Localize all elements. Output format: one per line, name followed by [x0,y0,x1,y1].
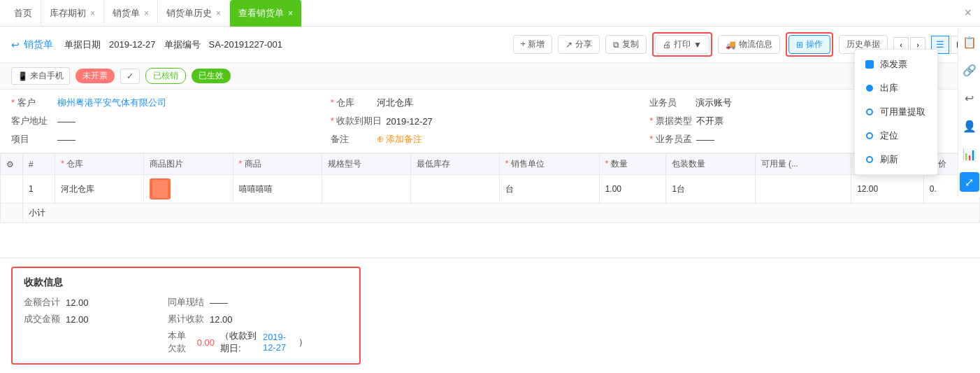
row-product-cell: 嘻嘻嘻嘻 [233,175,322,204]
confirm-button[interactable]: ✓ [120,69,140,84]
col-min-stock: 最低库存 [410,154,499,175]
print-icon: 🖨 [663,40,671,50]
row-available-cell [755,175,851,204]
sidebar-icon-1[interactable]: 📋 [960,32,979,52]
total-label: 金额合计 [24,296,60,309]
tab-sales[interactable]: 销货单 × [104,0,158,27]
row-num-cell: 1 [23,175,55,204]
copy-button[interactable]: ⧉ 复制 [605,35,647,54]
sidebar-expand-button[interactable]: ⤢ [960,172,979,192]
row-spec-cell [322,175,410,204]
col-product-img: 商品图片 [144,154,233,175]
col-available: 可用量 (... [755,154,851,175]
dropdown-add-invoice[interactable]: 添发票 [855,52,937,76]
phone-icon: 📱 [17,71,28,81]
warehouse-field: 仓库 河北仓库 [331,97,650,109]
print-button[interactable]: 🖨 打印 ▼ [655,35,709,54]
col-num: # [23,154,55,175]
form-row-1: 客户 柳州粤港平安气体有限公司 仓库 河北仓库 业务员 演示账号 [11,97,969,109]
transaction-label: 成交金额 [24,313,60,325]
dropdown-refresh[interactable]: 刷新 [855,148,937,171]
doc-title: ↩ 销货单 [11,38,53,51]
product-image [150,178,171,199]
refresh-icon [866,156,873,163]
tab-home[interactable]: 首页 [6,0,41,27]
form-section: 客户 柳州粤港平安气体有限公司 仓库 河北仓库 业务员 演示账号 客户地址 —— [0,90,980,153]
project-label: 项目 [11,133,53,146]
ticket-type-value: 不开票 [696,115,723,127]
add-note-button[interactable]: ⊕ 添加备注 [377,133,423,146]
effective-badge: 已生效 [192,69,231,83]
new-button[interactable]: + 新增 [513,35,552,54]
project-field: 项目 —— [11,133,331,146]
number-value: SA-20191227-001 [209,39,283,50]
payment-date-field: 收款到期日 2019-12-27 [331,115,650,127]
date-value: 2019-12-27 [109,39,156,50]
dropdown-outbound[interactable]: 出库 [855,76,937,100]
sales-person-value: —— [696,134,714,145]
warehouse-value: 河北仓库 [377,97,413,109]
col-pack-qty: 包装数量 [666,154,755,175]
col-gear[interactable]: ⚙ [1,154,23,175]
ops-button-wrapper: ⊞ 操作 [786,32,833,57]
ops-icon: ⊞ [796,40,803,50]
col-product: 商品 [233,154,322,175]
row-qty-cell: 1.00 [599,175,666,204]
ops-button[interactable]: ⊞ 操作 [788,35,830,54]
cumulative-item: 累计收款 12.00 [168,313,308,325]
data-table: ⚙ # 仓库 商品图片 商品 规格型号 最低库存 销售单位 数量 包装数量 可用… [0,153,980,223]
col-warehouse: 仓库 [55,154,144,175]
sidebar-icon-2[interactable]: 🔗 [960,60,979,80]
form-row-2: 客户地址 —— 收款到期日 2019-12-27 票据类型 不开票 [11,115,969,127]
col-qty: 数量 [599,154,666,175]
dropdown-available-qty[interactable]: 可用量提取 [855,100,937,124]
payment-date-value: 2019-12-27 [386,116,433,127]
verified-badge: 已核销 [145,68,186,84]
row-gear-cell [1,175,23,204]
tab-close-view-sales[interactable]: × [288,8,293,18]
doc-header-left: ↩ 销货单 单据日期 2019-12-27 单据编号 SA-20191227-0… [11,38,282,51]
number-label: 单据编号 [164,38,201,51]
cumulative-label: 累计收款 [168,313,204,325]
tab-close-sales[interactable]: × [144,8,149,18]
ops-left: 📱 来自手机 未开票 ✓ 已核销 已生效 [11,67,231,85]
ops-bar: 📱 来自手机 未开票 ✓ 已核销 已生效 [0,63,980,90]
print-button-wrapper: 🖨 打印 ▼ [652,32,712,57]
sidebar-icon-3[interactable]: ↩ [960,88,979,108]
row-unit-cell: 台 [499,175,599,204]
col-spec: 规格型号 [322,154,410,175]
form-row-3: 项目 —— 备注 ⊕ 添加备注 业务员孟 —— [11,133,969,146]
sidebar-icon-5[interactable]: 📊 [960,144,979,164]
same-order-value: —— [210,297,228,308]
current-due-item: 本单欠款 0.00 （收款到期日: 2019-12-27 ） [168,330,308,355]
employee-value: 演示账号 [696,97,732,109]
logistics-button[interactable]: 🚚 物流信息 [718,35,780,54]
window-close-button[interactable]: × [964,6,972,20]
print-dropdown-arrow: ▼ [693,40,702,50]
share-button[interactable]: ↗ 分享 [558,35,600,54]
payment-date-label: 收款到期日 [331,115,382,127]
same-order-label: 同单现结 [168,296,204,309]
plus-icon: ⊕ [377,134,384,144]
project-value: —— [57,134,75,145]
tab-sales-history[interactable]: 销货单历史 × [158,0,230,27]
locate-icon [866,132,873,139]
sidebar-icon-4[interactable]: 👤 [960,116,979,136]
from-phone-button[interactable]: 📱 来自手机 [11,67,70,85]
due-note: （收款到期日: [220,330,257,355]
dropdown-locate[interactable]: 定位 [855,124,937,148]
customer-value[interactable]: 柳州粤港平安气体有限公司 [57,97,166,109]
row-current-stock-cell: 12.00 [851,175,924,204]
row-warehouse-cell: 河北仓库 [55,175,144,204]
subtotal-label-cell: 小计 [23,204,980,223]
row-min-stock-cell [410,175,499,204]
sales-person-label: 业务员孟 [649,133,692,146]
tab-inventory[interactable]: 库存期初 × [41,0,104,27]
tab-view-sales[interactable]: 查看销货单 × [230,0,302,27]
customer-field: 客户 柳州粤港平安气体有限公司 [11,97,331,109]
col-unit: 销售单位 [499,154,599,175]
main-content: ↩ 销货单 单据日期 2019-12-27 单据编号 SA-20191227-0… [0,27,980,373]
transaction-item: 成交金额 12.00 [24,313,164,325]
tab-close-sales-history[interactable]: × [216,8,221,18]
tab-close-inventory[interactable]: × [90,8,95,18]
